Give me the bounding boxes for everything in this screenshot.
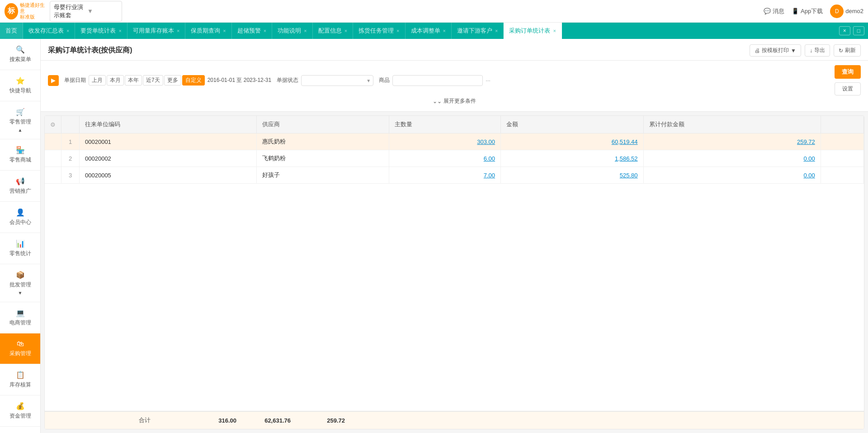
- sidebar-item-inventory[interactable]: 📋 库存核算: [0, 364, 40, 395]
- row-amount-cell[interactable]: 1,586.52: [501, 150, 643, 167]
- row-amount-cell[interactable]: 525.80: [501, 167, 643, 184]
- goods-more-icon[interactable]: ···: [486, 77, 491, 84]
- sidebar-item-retail[interactable]: 🛒 零售管理 ▲: [0, 101, 40, 139]
- tab-keyong[interactable]: 可用量库存账本 ×: [127, 23, 185, 39]
- workspace-selector[interactable]: 母婴行业演示账套 ▼: [50, 1, 122, 22]
- message-icon: 💬: [764, 8, 771, 14]
- sidebar: 🔍 搜索菜单 ⭐ 快捷导航 🛒 零售管理 ▲ 🏪 零售商城 📢 营销推广 👤 会…: [0, 39, 41, 433]
- filter-bar: ▶ 单据日期 上月 本月 本年 近7天 更多 自定义 2016-01-01 至 …: [41, 61, 868, 112]
- sidebar-label: 电商管理: [9, 319, 31, 327]
- expand-arrow-icon: ⌄⌄: [433, 98, 442, 105]
- sidebar-item-quicknav[interactable]: ⭐ 快捷导航: [0, 70, 40, 101]
- sidebar-item-finance[interactable]: 💰 资金管理: [0, 395, 40, 427]
- tab-chengben[interactable]: 成本调整单 ×: [406, 23, 452, 39]
- tab-chaochu[interactable]: 超储预警 ×: [232, 23, 272, 39]
- tab-close-icon[interactable]: ×: [553, 28, 556, 33]
- page-title: 采购订单统计表(按供应商): [48, 46, 132, 55]
- retail-icon: 🛒: [16, 108, 25, 116]
- tab-close-icon[interactable]: ×: [177, 28, 179, 33]
- row-amount-cell[interactable]: 60,519.44: [501, 133, 643, 150]
- date-btn-last-month[interactable]: 上月: [89, 75, 106, 86]
- tab-close-icon[interactable]: ×: [495, 28, 498, 33]
- tab-caigou[interactable]: 采购订单统计表 ×: [504, 23, 561, 39]
- print-label: 按模板打印: [762, 47, 789, 54]
- user-menu[interactable]: D demo2: [830, 5, 863, 18]
- quicknav-icon: ⭐: [16, 76, 25, 85]
- query-button[interactable]: 查询: [835, 65, 861, 79]
- chevron-down-icon: ▲: [18, 128, 23, 133]
- row-paid-cell[interactable]: 0.00: [643, 167, 821, 184]
- tab-yaoqing[interactable]: 邀请下游客户 ×: [452, 23, 504, 39]
- date-btn-this-month[interactable]: 本月: [107, 75, 124, 86]
- date-btn-custom[interactable]: 自定义: [182, 75, 205, 86]
- filter-settings-button[interactable]: 设置: [835, 82, 861, 95]
- table-body: 1 00020001 惠氏奶粉 303.00 60,519.44 259.72 …: [45, 133, 864, 184]
- tab-home-label: 首页: [5, 27, 17, 35]
- row-paid-cell[interactable]: 259.72: [643, 133, 821, 150]
- chevron-down-icon: ▼: [18, 290, 23, 295]
- status-select[interactable]: [301, 75, 373, 86]
- sidebar-label: 批发管理: [9, 281, 31, 289]
- column-settings-icon[interactable]: ⚙: [50, 121, 56, 128]
- app-download-button[interactable]: 📱 App下载: [792, 7, 823, 15]
- sidebar-item-purchase[interactable]: 🛍 采购管理: [0, 333, 40, 364]
- print-arrow-icon: ▼: [791, 48, 796, 54]
- tab-restore-button[interactable]: □: [853, 26, 864, 35]
- refresh-button[interactable]: ↻ 刷新: [834, 44, 861, 57]
- tab-close-icon[interactable]: ×: [223, 28, 226, 33]
- sidebar-item-retail-shop[interactable]: 🏪 零售商城: [0, 139, 40, 171]
- row-quantity-cell[interactable]: 303.00: [389, 133, 501, 150]
- sidebar-item-marketing[interactable]: 📢 营销推广: [0, 171, 40, 202]
- tab-close-icon[interactable]: ×: [344, 28, 347, 33]
- row-extra-cell: [821, 167, 863, 184]
- top-right-actions: 💬 消息 📱 App下载 D demo2: [764, 5, 863, 18]
- sidebar-label: 库存核算: [9, 381, 31, 389]
- row-paid-cell[interactable]: 0.00: [643, 150, 821, 167]
- sidebar-item-search[interactable]: 🔍 搜索菜单: [0, 39, 40, 70]
- date-btn-more[interactable]: 更多: [164, 75, 181, 86]
- row-code-cell: 00020001: [80, 133, 257, 150]
- tab-home[interactable]: 首页: [0, 23, 23, 39]
- date-btn-this-year[interactable]: 本年: [125, 75, 142, 86]
- tab-label: 邀请下游客户: [457, 27, 492, 35]
- main-layout: 🔍 搜索菜单 ⭐ 快捷导航 🛒 零售管理 ▲ 🏪 零售商城 📢 营销推广 👤 会…: [0, 39, 868, 433]
- row-quantity-cell[interactable]: 7.00: [389, 167, 501, 184]
- sidebar-label: 资金管理: [9, 412, 31, 420]
- tab-close-all-button[interactable]: ×: [839, 26, 850, 35]
- date-btn-7days[interactable]: 近7天: [143, 75, 163, 86]
- export-button[interactable]: ↓ 导出: [805, 44, 830, 57]
- tab-close-icon[interactable]: ×: [118, 28, 121, 33]
- sidebar-label: 搜索菜单: [9, 56, 31, 63]
- row-quantity-cell[interactable]: 6.00: [389, 150, 501, 167]
- tab-label: 成本调整单: [411, 27, 440, 35]
- print-button[interactable]: 🖨 按模板打印 ▼: [750, 44, 801, 57]
- tab-yaohuo[interactable]: 要货单统计表 ×: [75, 23, 127, 39]
- row-code-cell: 00020005: [80, 167, 257, 184]
- date-quick-buttons: 上月 本月 本年 近7天 更多 自定义: [89, 75, 205, 86]
- sidebar-item-members[interactable]: 👤 会员中心: [0, 202, 40, 233]
- sidebar-item-ecommerce[interactable]: 💻 电商管理: [0, 302, 40, 333]
- filter-expand-button[interactable]: ⌄⌄ 展开更多条件: [433, 97, 476, 105]
- footer-amount: 62,631.76: [247, 417, 302, 424]
- tab-peizhi[interactable]: 配置信息 ×: [313, 23, 353, 39]
- purchase-icon: 🛍: [17, 340, 24, 348]
- filter-toggle-button[interactable]: ▶: [48, 75, 59, 86]
- sidebar-item-operations[interactable]: 📈 经营管理: [0, 427, 40, 433]
- tab-close-icon[interactable]: ×: [443, 28, 446, 33]
- tab-pihuo[interactable]: 拣货任务管理 ×: [353, 23, 405, 39]
- tab-close-icon[interactable]: ×: [396, 28, 399, 33]
- user-name: demo2: [845, 8, 863, 14]
- tab-close-icon[interactable]: ×: [304, 28, 307, 33]
- ecommerce-icon: 💻: [16, 309, 25, 317]
- sidebar-item-retail-stat[interactable]: 📊 零售统计: [0, 233, 40, 264]
- tab-close-icon[interactable]: ×: [66, 28, 69, 33]
- tab-shoufahuizong[interactable]: 收发存汇总表 ×: [23, 23, 75, 39]
- tab-gongneng[interactable]: 功能说明 ×: [272, 23, 312, 39]
- sidebar-item-batch[interactable]: 📦 批发管理 ▼: [0, 264, 40, 302]
- date-range-display: 2016-01-01 至 2023-12-31: [208, 76, 271, 84]
- members-icon: 👤: [16, 208, 25, 217]
- message-button[interactable]: 💬 消息: [764, 7, 784, 15]
- tab-baozhi[interactable]: 保质期查询 ×: [185, 23, 231, 39]
- goods-filter-input[interactable]: [392, 75, 483, 86]
- tab-close-icon[interactable]: ×: [264, 28, 266, 33]
